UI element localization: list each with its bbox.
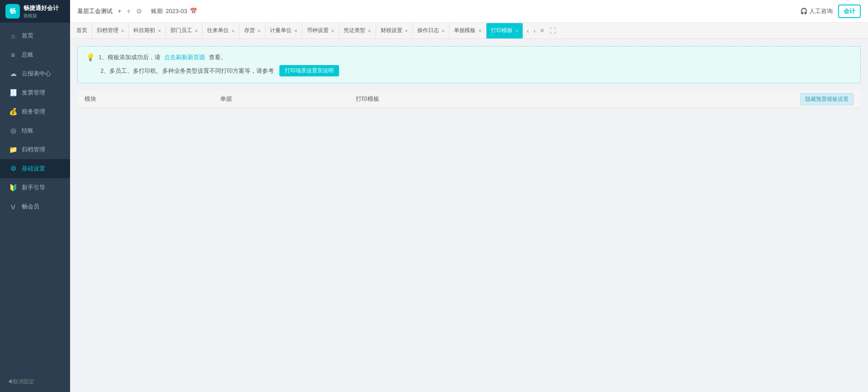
tab-close-icon[interactable]: × bbox=[405, 28, 408, 33]
tab-label: 首页 bbox=[76, 27, 87, 34]
close-all-tabs-icon[interactable]: × bbox=[538, 26, 547, 36]
sidebar-item-archive[interactable]: 📁 归档管理 bbox=[0, 140, 70, 159]
guide-icon: 🔰 bbox=[9, 184, 17, 192]
sidebar-item-tax[interactable]: 💰 税务管理 bbox=[0, 102, 70, 121]
tab-next-icon[interactable]: › bbox=[532, 26, 538, 35]
sidebar-item-guide[interactable]: 🔰 新手引导 bbox=[0, 178, 70, 197]
tab-prev-icon[interactable]: ‹ bbox=[525, 26, 531, 35]
tab-label: 单据模板 bbox=[454, 27, 476, 34]
tab-label: 存货 bbox=[244, 27, 255, 34]
sidebar-item-label: 基础设置 bbox=[22, 165, 45, 173]
tab-close-icon[interactable]: × bbox=[231, 28, 234, 33]
tax-icon: 💰 bbox=[9, 108, 17, 116]
tab-close-icon[interactable]: × bbox=[195, 28, 198, 33]
logo: 畅 畅捷通好会计 旗舰版 bbox=[0, 0, 70, 23]
kuaiji-button[interactable]: 会计 bbox=[838, 5, 861, 18]
logo-icon: 畅 bbox=[5, 4, 20, 19]
add-tab-button[interactable]: + bbox=[127, 7, 131, 15]
topbar: 基层工会测试 ▾ + ⚙ 账期 2023-03 📅 🎧 人工咨询 会计 bbox=[70, 0, 868, 23]
company-dropdown-icon[interactable]: ▾ bbox=[118, 8, 121, 14]
tab-close-icon[interactable]: × bbox=[121, 28, 124, 33]
period-value: 2023-03 bbox=[165, 8, 187, 14]
content-area: 隐藏预置模板设置 💡 1、模板添加成功后，请 点击刷新新页面 查看。 2、多员工… bbox=[70, 39, 868, 392]
close-accounts-icon: ◎ bbox=[9, 127, 17, 135]
sidebar-item-member[interactable]: V 畅会员 bbox=[0, 197, 70, 216]
tab-print-template[interactable]: 打印模板 × bbox=[486, 23, 523, 38]
tab-close-icon[interactable]: × bbox=[442, 28, 444, 33]
support-label: 人工咨询 bbox=[809, 7, 833, 15]
unpin-sidebar-button[interactable]: ◀取消固定 bbox=[0, 372, 70, 392]
tabbar: 首页 归档管理 × 科目期初 × 部门员工 × 往来单位 × 存货 × 计量单位… bbox=[70, 23, 868, 39]
cloud-icon: ☁ bbox=[9, 70, 17, 78]
bulb-icon: 💡 bbox=[86, 53, 95, 61]
print-scene-button[interactable]: 打印场景设置宣说明 bbox=[279, 65, 339, 76]
sidebar-item-label: 总账 bbox=[22, 51, 33, 59]
support-button[interactable]: 🎧 人工咨询 bbox=[800, 7, 833, 15]
tab-unit[interactable]: 计量单位 × bbox=[265, 23, 302, 38]
tab-supplier[interactable]: 往来单位 × bbox=[203, 23, 239, 38]
period-label: 账期 bbox=[151, 7, 163, 15]
settings-icon: ⚙ bbox=[9, 165, 17, 173]
tab-close-icon[interactable]: × bbox=[368, 28, 371, 33]
tab-dept-employee[interactable]: 部门员工 × bbox=[166, 23, 203, 38]
logo-title: 畅捷通好会计 bbox=[24, 4, 59, 12]
tab-voucher-type[interactable]: 凭证类型 × bbox=[339, 23, 376, 38]
invoice-icon: 🧾 bbox=[9, 89, 17, 97]
sidebar-item-label: 云报表中心 bbox=[22, 70, 51, 78]
sidebar-item-label: 畅会员 bbox=[22, 203, 39, 211]
tab-close-icon[interactable]: × bbox=[158, 28, 160, 33]
tab-subject-period[interactable]: 科目期初 × bbox=[129, 23, 165, 38]
tab-close-icon[interactable]: × bbox=[294, 28, 297, 33]
col-module: 模块 bbox=[77, 90, 213, 108]
tab-label: 科目期初 bbox=[133, 27, 155, 34]
company-name: 基层工会测试 bbox=[77, 7, 113, 15]
notice-line1-suffix: 查看。 bbox=[209, 53, 226, 61]
ledger-icon: ≡ bbox=[9, 51, 17, 59]
archive-icon: 📁 bbox=[9, 146, 17, 154]
tab-archive-mgmt[interactable]: 归档管理 × bbox=[92, 23, 129, 38]
tab-inventory[interactable]: 存货 × bbox=[240, 23, 265, 38]
tab-settings-icon[interactable]: ⚙ bbox=[136, 7, 142, 15]
sidebar-item-label: 税务管理 bbox=[22, 108, 45, 116]
unpin-label: ◀取消固定 bbox=[7, 378, 34, 386]
sidebar-item-settings[interactable]: ⚙ 基础设置 bbox=[0, 159, 70, 178]
member-icon: V bbox=[9, 203, 17, 211]
calendar-icon[interactable]: 📅 bbox=[190, 8, 197, 14]
sidebar-item-label: 发票管理 bbox=[22, 89, 45, 97]
expand-icon[interactable]: ⛶ bbox=[547, 26, 559, 35]
tab-currency[interactable]: 币种设置 × bbox=[302, 23, 339, 38]
notice-box: 💡 1、模板添加成功后，请 点击刷新新页面 查看。 2、多员工、多打印机、多种业… bbox=[77, 46, 861, 83]
tab-single-template[interactable]: 单据模板 × bbox=[449, 23, 486, 38]
sidebar-item-reports[interactable]: ☁ 云报表中心 bbox=[0, 64, 70, 83]
sidebar: 畅 畅捷通好会计 旗舰版 ⌂ 首页 ≡ 总账 ☁ 云报表中心 🧾 发票管理 💰 … bbox=[0, 0, 70, 392]
tab-tax-settings[interactable]: 财税设置 × bbox=[376, 23, 413, 38]
sidebar-item-invoice[interactable]: 🧾 发票管理 bbox=[0, 83, 70, 102]
tabbar-nav: ‹ › bbox=[525, 26, 537, 35]
sidebar-item-label: 结账 bbox=[22, 127, 33, 135]
table-header: 模块 单据 打印模板 bbox=[77, 90, 861, 108]
tab-label: 往来单位 bbox=[207, 27, 229, 34]
hide-preview-button[interactable]: 隐藏预置模板设置 bbox=[800, 93, 854, 105]
refresh-link[interactable]: 点击刷新新页面 bbox=[164, 53, 205, 61]
period-display: 账期 2023-03 📅 bbox=[151, 7, 197, 15]
sidebar-item-close[interactable]: ◎ 结账 bbox=[0, 121, 70, 140]
notice-line1-prefix: 1、模板添加成功后，请 bbox=[99, 53, 160, 61]
col-print-template: 打印模板 bbox=[349, 90, 861, 108]
tab-home[interactable]: 首页 bbox=[72, 23, 92, 38]
tab-label: 操作日志 bbox=[417, 27, 439, 34]
notice-row-1: 💡 1、模板添加成功后，请 点击刷新新页面 查看。 bbox=[86, 53, 852, 61]
tab-op-log[interactable]: 操作日志 × bbox=[413, 23, 449, 38]
tab-close-icon[interactable]: × bbox=[478, 28, 481, 33]
tab-label: 凭证类型 bbox=[344, 27, 365, 34]
tab-label: 计量单位 bbox=[270, 27, 292, 34]
sidebar-item-home[interactable]: ⌂ 首页 bbox=[0, 26, 70, 45]
tab-close-icon[interactable]: × bbox=[258, 28, 260, 33]
tab-close-icon[interactable]: × bbox=[331, 28, 334, 33]
tab-label: 币种设置 bbox=[307, 27, 329, 34]
tab-label: 打印模板 bbox=[491, 27, 513, 34]
tab-label: 归档管理 bbox=[97, 27, 118, 34]
tab-close-icon[interactable]: × bbox=[515, 28, 518, 33]
tab-label: 部门员工 bbox=[170, 27, 192, 34]
topbar-right: 🎧 人工咨询 会计 bbox=[800, 5, 861, 18]
sidebar-item-ledger[interactable]: ≡ 总账 bbox=[0, 45, 70, 64]
